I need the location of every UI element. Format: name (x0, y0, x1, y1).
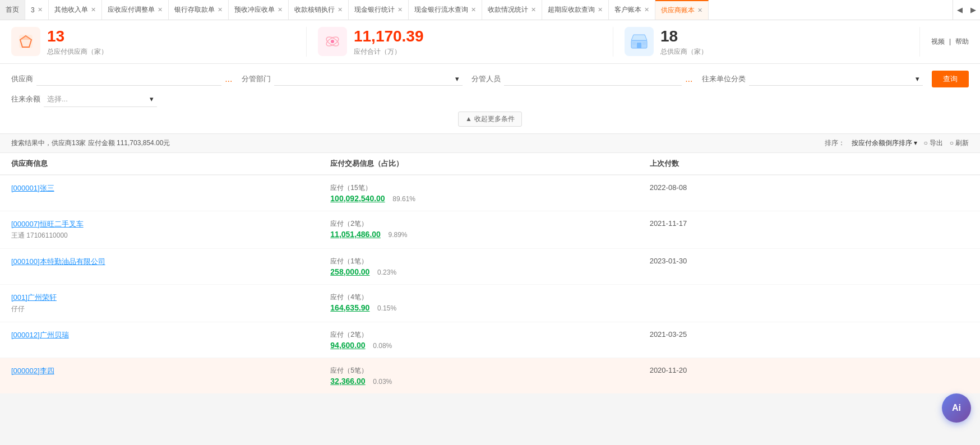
supplier-info-1: [000007]恒旺二手叉车 王通 17106110000 (11, 219, 330, 240)
nav-tab-ar-ap-close[interactable]: ✕ (158, 6, 163, 13)
supplier-info-4: [000012]广州贝瑞 (11, 330, 330, 340)
sort-select[interactable]: 按应付余额倒序排序 ▾ (852, 138, 917, 148)
supplier-link-1[interactable]: [000007]恒旺二手叉车 (11, 220, 84, 228)
nav-tab-receipt-stat-close[interactable]: ✕ (531, 6, 536, 13)
category-select[interactable]: ▾ (749, 72, 923, 86)
balance-label: 往来余额 (11, 94, 40, 104)
supplier-link-2[interactable]: [000100]本特勤油品有限公司 (11, 257, 105, 266)
stat-text-payable-total: 11,170.39 应付合计（万） (354, 27, 424, 57)
supplier-link-3[interactable]: [001]广州荣轩 (11, 293, 57, 302)
nav-tab-customer[interactable]: 客户账本 ✕ (609, 0, 655, 20)
nav-tab-3[interactable]: 3 ✕ (25, 0, 49, 20)
refresh-button[interactable]: ○ 刷新 (950, 138, 969, 148)
collapse-container: ▲ 收起更多条件 (11, 112, 969, 127)
payable-amount-2[interactable]: 258,000.00 (330, 267, 369, 276)
payable-amount-1[interactable]: 11,051,486.00 (330, 230, 381, 239)
table-row: [000001]张三 应付（15笔） 100,092,540.00 89.61%… (0, 175, 980, 211)
supplier-filter: 供应商 ... (11, 72, 233, 86)
supplier-link-0[interactable]: [000001]张三 (11, 184, 54, 192)
supplier-dots[interactable]: ... (225, 74, 232, 84)
balance-select-text: 选择... (47, 94, 68, 104)
nav-tab-bank[interactable]: 银行存取款单 ✕ (169, 0, 229, 20)
supplier-link-4[interactable]: [000012]广州贝瑞 (11, 331, 69, 339)
sort-value: 按应付余额倒序排序 (852, 138, 912, 148)
nav-tab-other-income-close[interactable]: ✕ (91, 6, 96, 13)
nav-tab-3-close[interactable]: ✕ (38, 6, 43, 13)
collapse-label: 收起更多条件 (474, 114, 515, 124)
nav-tab-ar-ap[interactable]: 应收应付调整单 ✕ (102, 0, 169, 20)
balance-dropdown-icon: ▾ (150, 95, 154, 103)
payable-label-1: 应付（2笔） (330, 219, 649, 229)
nav-tab-ar-ap-label: 应收应付调整单 (108, 5, 155, 15)
result-bar: 搜索结果中，供应商13家 应付金额 111,703,854.00元 排序： 按应… (0, 134, 980, 153)
svg-rect-9 (642, 42, 646, 45)
payable-info-3: 应付（4笔） 164,635.90 0.15% (330, 293, 649, 312)
stat-total-suppliers: 18 总供应商（家） (613, 27, 920, 57)
stat-number-payable-total: 11,170.39 (354, 27, 424, 46)
nav-tab-bank-label: 银行存取款单 (174, 5, 215, 15)
nav-tab-flow-close[interactable]: ✕ (471, 6, 476, 13)
payable-amount-3[interactable]: 164,635.90 (330, 303, 369, 312)
payable-info-2: 应付（1笔） 258,000.00 0.23% (330, 257, 649, 276)
person-dots[interactable]: ... (685, 74, 692, 84)
help-link[interactable]: 帮助 (955, 37, 969, 47)
nav-tab-cash-stat[interactable]: 现金银行统计 ✕ (349, 0, 409, 20)
table-row: [000002]李四 应付（5笔） 32,366.00 0.03% 2020-1… (0, 358, 980, 394)
nav-tab-overdue[interactable]: 超期应收款查询 ✕ (542, 0, 609, 20)
table-row: [001]广州荣轩 仔仔 应付（4笔） 164,635.90 0.15% (0, 285, 980, 322)
stat-label-suppliers-payables: 总应付供应商（家） (47, 47, 108, 57)
nav-tab-customer-close[interactable]: ✕ (644, 6, 649, 13)
supplier-link-5[interactable]: [000002]李四 (11, 367, 54, 375)
category-label: 往来单位分类 (702, 74, 746, 84)
refresh-label: 刷新 (955, 138, 969, 148)
supplier-input[interactable] (36, 72, 221, 86)
stat-suppliers-with-payables: 13 总应付供应商（家） (11, 27, 307, 57)
supplier-contact-1: 王通 17106110000 (11, 231, 330, 240)
nav-tab-payment-verify[interactable]: 收款核销执行 ✕ (289, 0, 349, 20)
nav-next-button[interactable]: ▶ (967, 0, 980, 20)
nav-tab-flow[interactable]: 现金银行流水查询 ✕ (409, 0, 482, 20)
balance-filter: 往来余额 选择... ▾ (11, 92, 157, 107)
col-header-supplier: 供应商信息 (11, 159, 330, 169)
supplier-info-5: [000002]李四 (11, 366, 330, 376)
nav-tab-supplier-label: 供应商账本 (661, 6, 695, 15)
payable-amount-5[interactable]: 32,366.00 (330, 377, 365, 386)
supplier-info-2: [000100]本特勤油品有限公司 (11, 257, 330, 267)
nav-tab-home[interactable]: 首页 (0, 0, 25, 20)
collapse-button[interactable]: ▲ 收起更多条件 (458, 112, 522, 127)
nav-tab-overdue-close[interactable]: ✕ (598, 6, 603, 13)
payable-label-0: 应付（15笔） (330, 183, 649, 193)
dept-select[interactable]: ▾ (274, 72, 463, 86)
result-summary: 搜索结果中，供应商13家 应付金额 111,703,854.00元 (11, 138, 170, 148)
nav-tab-supplier-close[interactable]: ✕ (697, 7, 702, 14)
stat-icon-store (625, 27, 654, 56)
stat-payable-total: 11,170.39 应付合计（万） (307, 27, 613, 57)
nav-tab-payment-verify-close[interactable]: ✕ (338, 6, 343, 13)
svg-rect-8 (632, 42, 636, 45)
nav-tab-cash-stat-label: 现金银行统计 (354, 5, 395, 15)
nav-tab-receipt-stat[interactable]: 收款情况统计 ✕ (482, 0, 542, 20)
nav-tab-payment-verify-label: 收款核销执行 (294, 5, 335, 15)
nav-tab-supplier[interactable]: 供应商账本 ✕ (655, 0, 709, 20)
stat-icon-diamond (11, 27, 40, 56)
search-button[interactable]: 查询 (932, 71, 969, 87)
nav-tab-other-income[interactable]: 其他收入单 ✕ (49, 0, 102, 20)
payable-amount-0[interactable]: 100,092,540.00 (330, 194, 385, 203)
person-input[interactable] (504, 72, 682, 86)
top-nav: 首页 3 ✕ 其他收入单 ✕ 应收应付调整单 ✕ 银行存取款单 ✕ 预收冲应收单… (0, 0, 980, 20)
last-pay-date-1: 2021-11-17 (650, 219, 687, 228)
nav-tab-3-label: 3 (31, 6, 35, 14)
nav-tab-cash-stat-close[interactable]: ✕ (397, 6, 403, 13)
nav-prev-button[interactable]: ◀ (953, 0, 967, 20)
balance-select[interactable]: 选择... ▾ (44, 92, 157, 107)
nav-tab-advance-close[interactable]: ✕ (278, 6, 283, 13)
payable-label-3: 应付（4笔） (330, 293, 649, 302)
payable-pct-2: 0.23% (377, 268, 396, 276)
dept-label: 分管部门 (242, 74, 271, 84)
export-button[interactable]: ○ 导出 (924, 138, 943, 148)
nav-tab-advance-label: 预收冲应收单 (234, 5, 275, 15)
nav-tab-advance[interactable]: 预收冲应收单 ✕ (229, 0, 289, 20)
payable-amount-4[interactable]: 94,600.00 (330, 341, 365, 350)
video-link[interactable]: 视频 (931, 37, 945, 47)
nav-tab-bank-close[interactable]: ✕ (218, 6, 223, 13)
